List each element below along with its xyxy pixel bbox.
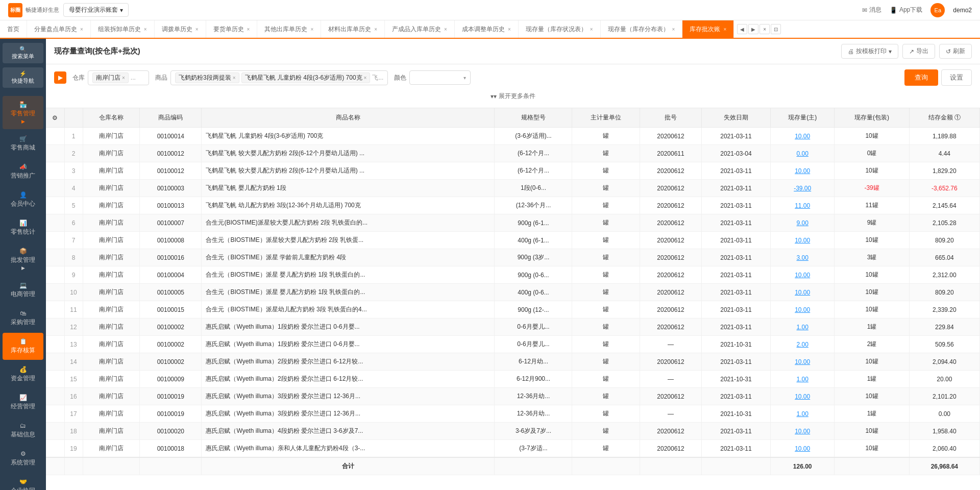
th-settings[interactable]: ⚙ xyxy=(46,108,64,128)
tab-现存量库存分布表[interactable]: 现存量（库存分布表） × xyxy=(601,20,683,38)
sidebar-item-系统管理[interactable]: ⚙ 系统管理 xyxy=(3,445,43,472)
td-stock-main[interactable]: 10.00 xyxy=(770,232,835,249)
td-batch: 20200612 xyxy=(640,284,701,301)
product-tag-1: 飞鹤奶粉3段两提装 × xyxy=(175,72,239,83)
industry-select[interactable]: 母婴行业演示账套 ▾ xyxy=(63,3,129,17)
td-stock-pkg: 10罐 xyxy=(835,266,909,284)
sidebar-item-营销推广[interactable]: 📣 营销推广 xyxy=(3,158,43,185)
td-stock-main[interactable]: 10.00 xyxy=(770,423,835,440)
product-tag-close-1[interactable]: × xyxy=(233,75,236,81)
td-stock-main[interactable]: 1.00 xyxy=(770,371,835,388)
total-stock-main: 126.00 xyxy=(770,457,835,475)
sidebar-item-库存核算[interactable]: 📋 库存核算 xyxy=(3,333,43,360)
tab-材料出库单历史[interactable]: 材料出库单历史 × xyxy=(321,20,385,38)
td-name: 飞鹤星飞帆 婴儿配方奶粉 1段 xyxy=(202,180,495,197)
sidebar-search[interactable]: 🔍 搜索菜单 xyxy=(3,43,43,63)
sidebar-quicknav[interactable]: ⚡ 快捷导航 xyxy=(3,67,43,88)
sidebar-item-电商管理[interactable]: 💻 电商管理 xyxy=(3,277,43,304)
sidebar-item-零售商城[interactable]: 🛒 零售商城 xyxy=(3,130,43,157)
td-stock-main[interactable]: 0.00 xyxy=(770,145,835,162)
tab-组装拆卸单历史[interactable]: 组装拆卸单历史 × xyxy=(91,20,155,38)
tab-调拨单历史[interactable]: 调拨单历史 × xyxy=(155,20,206,38)
td-stock-main[interactable]: 1.00 xyxy=(770,318,835,336)
tab-成本调整单历史[interactable]: 成本调整单历史 × xyxy=(455,20,519,38)
tab-close-icon[interactable]: × xyxy=(672,27,675,32)
tab-产成品入库单历史[interactable]: 产成品入库单历史 × xyxy=(385,20,455,38)
td-stock-main[interactable]: 2.00 xyxy=(770,336,835,353)
export-btn[interactable]: ↗ 导出 xyxy=(902,44,935,59)
template-print-btn[interactable]: 🖨 按模板打印 ▾ xyxy=(841,44,898,59)
sidebar-item-企业协同[interactable]: 🤝 企业协同 xyxy=(3,473,43,490)
td-code: 00100019 xyxy=(140,405,202,423)
query-btn[interactable]: 查询 xyxy=(904,69,938,86)
nav-close-all-icon[interactable]: × xyxy=(760,24,770,34)
tab-其他出库单历史[interactable]: 其他出库单历史 × xyxy=(257,20,321,38)
sidebar-item-label: 零售统计 xyxy=(11,228,35,236)
td-unit: 罐 xyxy=(572,301,640,318)
tab-close-icon[interactable]: × xyxy=(144,27,147,32)
settings-btn[interactable]: 设置 xyxy=(941,69,972,86)
td-stock-pkg: 1罐 xyxy=(835,371,909,388)
tab-close-icon[interactable]: × xyxy=(723,27,726,32)
table-row: 4 南岸门店 00100003 飞鹤星飞帆 婴儿配方奶粉 1段 1段(0-6..… xyxy=(46,180,980,197)
tab-close-icon[interactable]: × xyxy=(374,27,377,32)
refresh-btn[interactable]: ↺ 刷新 xyxy=(939,44,972,59)
td-stock-main[interactable]: 10.00 xyxy=(770,353,835,371)
sidebar-item-零售统计[interactable]: 📊 零售统计 xyxy=(3,214,43,241)
tab-close-icon[interactable]: × xyxy=(310,27,313,32)
nav-prev-icon[interactable]: ◀ xyxy=(737,24,747,34)
sidebar-item-零售管理[interactable]: 🏪 零售管理 ▶ xyxy=(3,96,43,129)
nav-arrows: ◀ ▶ × ⊡ xyxy=(734,24,784,34)
sidebar-item-基础信息[interactable]: 🗂 基础信息 xyxy=(3,417,43,444)
td-stock-main[interactable]: 10.00 xyxy=(770,388,835,405)
tab-close-icon[interactable]: × xyxy=(80,27,83,32)
nav-next-icon[interactable]: ▶ xyxy=(748,24,758,34)
td-stock-main[interactable]: 1.00 xyxy=(770,405,835,423)
tab-close-icon[interactable]: × xyxy=(195,27,199,32)
th-name: 商品名称 xyxy=(202,108,495,128)
tab-close-icon[interactable]: × xyxy=(590,27,593,32)
td-stock-main[interactable]: 10.00 xyxy=(770,440,835,458)
tab-home[interactable]: 首页 xyxy=(0,20,27,38)
td-stock-main[interactable]: -39.00 xyxy=(770,180,835,197)
product-filter-input[interactable]: 飞鹤奶粉3段两提装 × 飞鹤星飞帆 儿童奶粉 4段(3-6岁适用) 700克 ×… xyxy=(170,70,388,85)
expand-more-btn[interactable]: ▾▾ 展开更多条件 xyxy=(54,90,972,103)
td-settings xyxy=(46,214,64,232)
sidebar-item-会员中心[interactable]: 👤 会员中心 xyxy=(3,186,43,213)
tab-close-icon[interactable]: × xyxy=(247,27,250,32)
td-warehouse: 南岸门店 xyxy=(83,336,140,353)
table-row: 8 南岸门店 00100016 合生元（BIOSTIME）派星 学龄前儿童配方奶… xyxy=(46,249,980,266)
tab-现存量库存状况表[interactable]: 现存量（库存状况表） × xyxy=(519,20,601,38)
message-btn[interactable]: ✉ 消息 xyxy=(862,6,881,14)
td-stock-main[interactable]: 3.00 xyxy=(770,249,835,266)
filter-toggle-btn[interactable]: ▶ xyxy=(54,71,66,84)
tab-close-icon[interactable]: × xyxy=(508,27,511,32)
nav-maximize-icon[interactable]: ⊡ xyxy=(771,24,781,34)
td-stock-main[interactable]: 10.00 xyxy=(770,128,835,145)
td-stock-main[interactable]: 11.00 xyxy=(770,197,835,214)
td-spec: 12-36月幼... xyxy=(495,405,572,423)
color-filter-input[interactable]: ▾ xyxy=(409,70,471,85)
td-stock-main[interactable]: 10.00 xyxy=(770,162,835,180)
td-expire: 2021-03-11 xyxy=(702,128,771,145)
sidebar-search-label: 搜索菜单 xyxy=(7,53,39,60)
sidebar-item-资金管理[interactable]: 💰 资金管理 xyxy=(3,361,43,388)
td-no: 5 xyxy=(64,197,83,214)
user-avatar[interactable]: Ea xyxy=(930,3,945,17)
sidebar-item-经营管理[interactable]: 📈 经营管理 xyxy=(3,389,43,416)
warehouse-tag-close[interactable]: × xyxy=(122,75,125,81)
td-balance: 2,145.64 xyxy=(909,197,979,214)
tab-库存批次账[interactable]: 库存批次账 × xyxy=(682,20,734,38)
warehouse-filter-input[interactable]: 南岸门店 × ... xyxy=(88,70,149,85)
product-tag-close-2[interactable]: × xyxy=(364,75,367,81)
tab-分量盘点单历史[interactable]: 分量盘点单历史 × xyxy=(27,20,91,38)
td-stock-main[interactable]: 10.00 xyxy=(770,284,835,301)
tab-要货单历史[interactable]: 要货单历史 × xyxy=(206,20,258,38)
td-stock-main[interactable]: 10.00 xyxy=(770,266,835,284)
sidebar-item-采购管理[interactable]: 🛍 采购管理 xyxy=(3,305,43,332)
sidebar-item-批发管理[interactable]: 📦 批发管理 ▶ xyxy=(3,242,43,276)
app-download-btn[interactable]: 📱 App下载 xyxy=(890,6,922,14)
td-stock-main[interactable]: 10.00 xyxy=(770,301,835,318)
td-stock-main[interactable]: 9.00 xyxy=(770,214,835,232)
tab-close-icon[interactable]: × xyxy=(444,27,447,32)
